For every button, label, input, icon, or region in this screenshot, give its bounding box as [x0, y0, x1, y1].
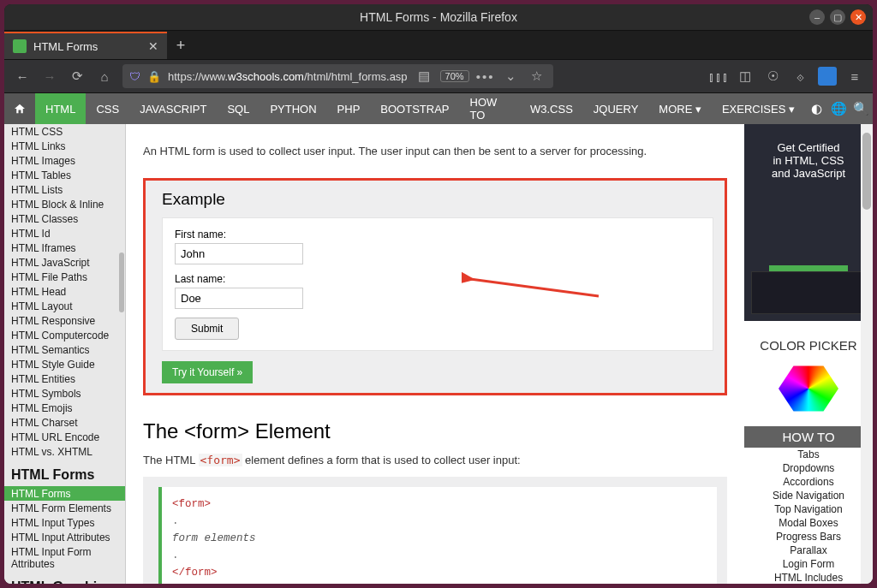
sidebar-item[interactable]: HTML Head — [4, 284, 125, 299]
nav-item-css[interactable]: CSS — [86, 93, 129, 124]
new-tab-button[interactable]: + — [167, 32, 194, 59]
bookmark-star-icon[interactable]: ☆ — [528, 68, 546, 84]
reader-mode-icon[interactable]: ▤ — [415, 68, 433, 84]
nav-item-sql[interactable]: SQL — [217, 93, 260, 124]
nav-item-php[interactable]: PHP — [327, 93, 371, 124]
url-text: https://www.w3schools.com/html/html_form… — [168, 70, 408, 83]
nav-item-jquery[interactable]: JQUERY — [583, 93, 649, 124]
sidebar-item[interactable]: HTML Form Elements — [4, 501, 125, 515]
window-minimize-button[interactable]: – — [809, 9, 825, 25]
nav-back-button[interactable]: ← — [13, 69, 32, 84]
sidebar-item[interactable]: HTML Style Guide — [4, 357, 125, 371]
sidebar-item-forms[interactable]: HTML Forms — [4, 486, 125, 501]
howto-link[interactable]: Accordions — [744, 475, 873, 489]
howto-link[interactable]: Tabs — [744, 448, 873, 461]
home-icon — [15, 103, 25, 115]
page-scrollbar-track[interactable] — [861, 124, 873, 584]
protections-icon[interactable]: ⟐ — [790, 69, 809, 84]
sidebar-item[interactable]: HTML Input Types — [4, 515, 125, 530]
sidebar-heading-forms: HTML Forms — [4, 459, 125, 486]
page-scrollbar-thumb[interactable] — [862, 133, 871, 210]
sidebar-item[interactable]: HTML Input Form Attributes — [4, 544, 125, 571]
howto-link[interactable]: Login Form — [744, 557, 873, 571]
howto-link[interactable]: Progress Bars — [744, 530, 873, 543]
input-firstname[interactable] — [175, 243, 303, 264]
window-close-button[interactable]: ✕ — [850, 9, 866, 25]
howto-link[interactable]: Parallax — [744, 543, 873, 557]
sidebar-item[interactable]: HTML vs. XHTML — [4, 444, 125, 459]
sidebar-item[interactable]: HTML Computercode — [4, 328, 125, 342]
tracking-shield-icon[interactable]: 🛡 — [129, 70, 140, 83]
colorpicker-icon[interactable] — [779, 363, 838, 414]
search-icon[interactable]: 🔍 — [850, 93, 873, 124]
sidebar-item[interactable]: HTML Iframes — [4, 241, 125, 255]
left-sidebar: HTML CSS HTML Links HTML Images HTML Tab… — [4, 124, 126, 584]
sidebar-item[interactable]: HTML Layout — [4, 299, 125, 313]
section-body: The HTML <form> element defines a form t… — [143, 454, 727, 466]
theme-toggle-icon[interactable]: ◐ — [805, 93, 827, 124]
sidebar-item[interactable]: HTML Images — [4, 153, 125, 168]
nav-reload-button[interactable]: ⟳ — [68, 68, 87, 84]
sidebar-item[interactable]: HTML Emojis — [4, 401, 125, 415]
save-pocket-icon[interactable]: ⌄ — [502, 68, 521, 84]
nav-item-html[interactable]: HTML — [35, 93, 86, 124]
sidebar-item[interactable]: HTML Links — [4, 139, 125, 153]
nav-item-python[interactable]: PYTHON — [260, 93, 326, 124]
browser-tab[interactable]: HTML Forms ✕ — [4, 32, 167, 59]
howto-link[interactable]: Side Navigation — [744, 489, 873, 502]
sidebar-toggle-icon[interactable]: ◫ — [736, 68, 755, 84]
library-icon[interactable]: ⫿⫿⫿ — [708, 69, 727, 84]
nav-forward-button[interactable]: → — [40, 69, 59, 84]
address-bar[interactable]: 🛡 🔒 https://www.w3schools.com/html/html_… — [122, 64, 553, 88]
sidebar-item[interactable]: HTML Charset — [4, 415, 125, 430]
howto-link[interactable]: HTML Includes — [744, 571, 873, 584]
nav-item-javascript[interactable]: JAVASCRIPT — [129, 93, 217, 124]
example-form: First name: Last name: Submit — [162, 217, 713, 351]
sidebar-item[interactable]: HTML Semantics — [4, 342, 125, 357]
nav-item-howto[interactable]: HOW TO — [460, 93, 520, 124]
window-maximize-button[interactable]: ▢ — [830, 9, 845, 25]
ad-line: Get Certified — [755, 141, 862, 154]
page-actions-icon[interactable]: ••• — [476, 69, 495, 84]
zoom-badge[interactable]: 70% — [440, 70, 469, 82]
sidebar-item[interactable]: HTML Responsive — [4, 313, 125, 328]
sidebar-item[interactable]: HTML Entities — [4, 371, 125, 386]
submit-button[interactable]: Submit — [175, 318, 239, 340]
sidebar-item[interactable]: HTML Block & Inline — [4, 197, 125, 211]
sidebar-item[interactable]: HTML Tables — [4, 168, 125, 182]
sidebar-item[interactable]: HTML Classes — [4, 211, 125, 226]
main-menu-button[interactable]: ≡ — [845, 69, 864, 84]
howto-link[interactable]: Modal Boxes — [744, 516, 873, 530]
url-toolbar: ← → ⟳ ⌂ 🛡 🔒 https://www.w3schools.com/ht… — [4, 59, 873, 93]
sidebar-item[interactable]: HTML CSS — [4, 124, 125, 139]
nav-item-bootstrap[interactable]: BOOTSTRAP — [370, 93, 459, 124]
site-nav: HTML CSS JAVASCRIPT SQL PYTHON PHP BOOTS… — [4, 93, 873, 124]
sidebar-item[interactable]: HTML Id — [4, 226, 125, 241]
sidebar-item[interactable]: HTML Symbols — [4, 386, 125, 401]
lock-icon[interactable]: 🔒 — [147, 70, 161, 83]
account-icon[interactable]: ☉ — [763, 68, 782, 84]
tab-close-button[interactable]: ✕ — [148, 39, 158, 53]
globe-icon[interactable]: 🌐 — [827, 93, 850, 124]
colorpicker-title: COLOR PICKER — [744, 338, 873, 353]
sidebar-scrollbar-thumb[interactable] — [119, 252, 124, 312]
howto-link[interactable]: Dropdowns — [744, 461, 873, 475]
extension-button[interactable] — [818, 67, 837, 86]
favicon-icon — [13, 39, 27, 53]
howto-link[interactable]: Top Navigation — [744, 502, 873, 516]
browser-window: HTML Forms - Mozilla Firefox – ▢ ✕ HTML … — [4, 4, 873, 584]
sidebar-item[interactable]: HTML Lists — [4, 182, 125, 197]
sidebar-item[interactable]: HTML Input Attributes — [4, 530, 125, 544]
sidebar-item[interactable]: HTML JavaScript — [4, 255, 125, 270]
sidebar-item[interactable]: HTML File Paths — [4, 270, 125, 284]
nav-exercises[interactable]: EXERCISES ▾ — [712, 93, 805, 124]
try-it-button[interactable]: Try it Yourself » — [162, 361, 253, 383]
nav-home-button[interactable]: ⌂ — [95, 69, 114, 84]
input-lastname[interactable] — [175, 288, 303, 309]
nav-home[interactable] — [4, 93, 35, 124]
sidebar-item[interactable]: HTML URL Encode — [4, 430, 125, 444]
svg-line-0 — [470, 279, 599, 296]
certification-ad[interactable]: Get Certified in HTML, CSS and JavaScrip… — [744, 124, 873, 321]
nav-item-w3css[interactable]: W3.CSS — [520, 93, 583, 124]
nav-item-more[interactable]: MORE ▾ — [648, 93, 712, 124]
